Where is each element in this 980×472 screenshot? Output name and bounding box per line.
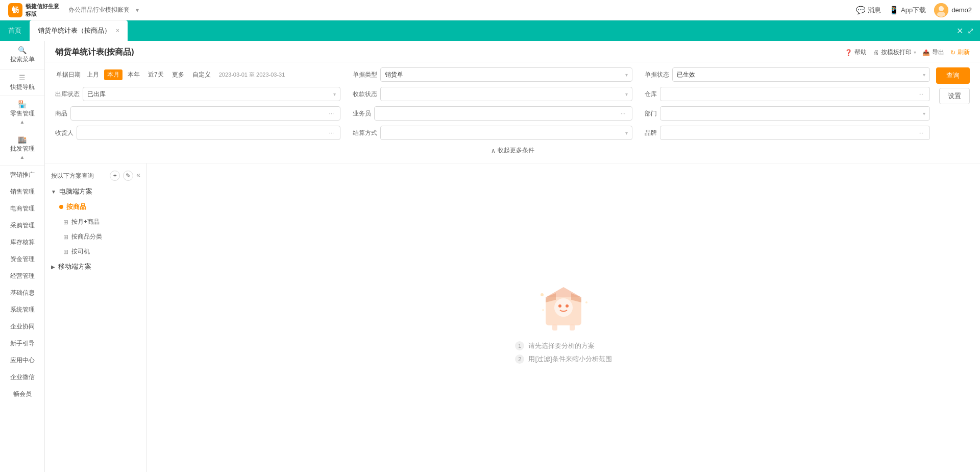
wh-status-select[interactable]: 已出库 ▾ bbox=[83, 87, 340, 101]
scheme-sub-item-driver[interactable]: ⊞ 按司机 bbox=[45, 244, 146, 259]
empty-hint-2: 2 用[过滤]条件来缩小分析范围 bbox=[515, 355, 611, 364]
sidebar-quick-nav[interactable]: ☰ 快捷导航 bbox=[0, 69, 44, 96]
message-btn[interactable]: 💬 消息 bbox=[856, 6, 881, 15]
user-area[interactable]: demo2 bbox=[934, 3, 972, 17]
sidebar-item-marketing[interactable]: 营销推广 bbox=[0, 167, 44, 183]
scheme-panel-actions: + ✎ « bbox=[110, 171, 140, 181]
scheme-group-mobile-header[interactable]: ▶ 移动端方案 bbox=[45, 259, 146, 274]
category-icon: ⊞ bbox=[63, 233, 68, 241]
topbar-left: 畅 畅捷信好生意标版 办公用品行业模拟账套 ▾ bbox=[8, 3, 139, 17]
sidebar-item-finance[interactable]: 资金管理 bbox=[0, 251, 44, 268]
sidebar-inventory-label: 库存核算 bbox=[10, 238, 35, 247]
tab-active[interactable]: 销货单统计表（按商品） × bbox=[30, 20, 128, 41]
date-tabs: 上月 本月 本年 近7天 更多 自定义 bbox=[84, 69, 214, 80]
warehouse-dots[interactable]: ··· bbox=[916, 90, 925, 98]
empty-hint2-text: 用[过滤]条件来缩小分析范围 bbox=[528, 355, 611, 364]
payment-arrow: ▾ bbox=[625, 91, 628, 97]
sidebar-item-ecommerce[interactable]: 电商管理 bbox=[0, 200, 44, 217]
salesperson-select[interactable]: ··· bbox=[374, 106, 632, 121]
date-label: 单据日期 bbox=[55, 70, 81, 79]
collapse-bar[interactable]: ∧ 收起更多条件 bbox=[55, 143, 970, 158]
top-dropdown-icon[interactable]: ▾ bbox=[136, 7, 139, 14]
sidebar-item-member[interactable]: 畅会员 bbox=[0, 386, 44, 403]
export-label: 导出 bbox=[932, 48, 944, 57]
refresh-btn[interactable]: ↻ 刷新 bbox=[950, 48, 970, 57]
sidebar-item-wechat[interactable]: 企业微信 bbox=[0, 369, 44, 386]
tab-close-all-btn[interactable]: ✕ bbox=[957, 26, 963, 36]
scheme-mobile-label: 移动端方案 bbox=[58, 262, 91, 271]
app-download-btn[interactable]: 📱 App下载 bbox=[889, 6, 926, 15]
doctype-select[interactable]: 销货单 ▾ bbox=[380, 67, 632, 82]
help-icon: ❓ bbox=[845, 49, 852, 56]
avatar bbox=[934, 3, 948, 17]
query-buttons: 查询 设置 bbox=[930, 67, 970, 104]
sidebar-item-inventory[interactable]: 库存核算 bbox=[0, 234, 44, 251]
date-tab-this-year[interactable]: 本年 bbox=[125, 69, 143, 80]
sidebar-item-basic[interactable]: 基础信息 bbox=[0, 285, 44, 301]
sidebar-item-system[interactable]: 系统管理 bbox=[0, 301, 44, 318]
logo-text: 畅捷信好生意标版 bbox=[26, 3, 59, 17]
sidebar-item-operation[interactable]: 经营管理 bbox=[0, 268, 44, 285]
scheme-collapse-btn[interactable]: « bbox=[136, 171, 140, 181]
product-select[interactable]: ··· bbox=[70, 106, 340, 121]
filter-docstatus-col: 单据状态 已生效 ▾ bbox=[639, 67, 930, 82]
date-tab-last-month[interactable]: 上月 bbox=[84, 69, 102, 80]
scheme-sub-item-month-product[interactable]: ⊞ 按月+商品 bbox=[45, 215, 146, 229]
date-tab-7days[interactable]: 近7天 bbox=[145, 69, 167, 80]
sidebar-retail-label: 零售管理 bbox=[10, 109, 35, 118]
sidebar-item-sales[interactable]: 销售管理 bbox=[0, 183, 44, 200]
brand-dots[interactable]: ··· bbox=[916, 129, 925, 136]
help-btn[interactable]: ❓ 帮助 bbox=[845, 48, 867, 57]
product-dots[interactable]: ··· bbox=[327, 110, 336, 117]
date-range: 2023-03-01 至 2023-03-31 bbox=[219, 71, 285, 79]
empty-hint-1: 1 请先选择要分析的方案 bbox=[515, 341, 611, 350]
tab-home[interactable]: 首页 bbox=[0, 20, 30, 41]
product-label: 商品 bbox=[55, 109, 67, 118]
tab-maximize-btn[interactable]: ⤢ bbox=[967, 26, 974, 36]
settings-btn[interactable]: 设置 bbox=[939, 88, 970, 104]
sidebar-item-purchase[interactable]: 采购管理 bbox=[0, 217, 44, 234]
date-tab-this-month[interactable]: 本月 bbox=[104, 69, 122, 80]
warehouse-select[interactable]: ··· bbox=[660, 87, 930, 101]
sidebar-search[interactable]: 🔍 搜索菜单 bbox=[0, 41, 44, 69]
export-btn[interactable]: 📤 导出 bbox=[922, 48, 944, 57]
empty-illustration bbox=[533, 272, 594, 333]
scheme-add-btn[interactable]: + bbox=[110, 171, 120, 181]
scheme-sub-item-category[interactable]: ⊞ 按商品分类 bbox=[45, 229, 146, 244]
query-btn[interactable]: 查询 bbox=[936, 67, 970, 84]
scheme-panel: 按以下方案查询 + ✎ « ▼ 电脑端方案 bbox=[45, 163, 147, 472]
dept-select[interactable]: ▾ bbox=[660, 106, 930, 121]
date-tab-custom[interactable]: 自定义 bbox=[189, 69, 214, 80]
docstatus-select[interactable]: 已生效 ▾ bbox=[672, 67, 930, 82]
scheme-item-by-product[interactable]: 按商品 bbox=[45, 199, 146, 215]
docstatus-arrow: ▾ bbox=[923, 72, 925, 78]
svg-rect-10 bbox=[552, 324, 557, 331]
payment-select[interactable]: ▾ bbox=[380, 87, 632, 101]
sidebar-item-appcenter[interactable]: 应用中心 bbox=[0, 352, 44, 369]
recipient-dots[interactable]: ··· bbox=[327, 129, 336, 136]
salesperson-dots[interactable]: ··· bbox=[619, 110, 628, 117]
date-tab-more[interactable]: 更多 bbox=[169, 69, 187, 80]
print-dropdown-icon[interactable]: ▾ bbox=[914, 50, 916, 55]
sidebar-purchase-label: 采购管理 bbox=[10, 221, 35, 230]
sidebar-item-enterprise[interactable]: 企业协同 bbox=[0, 318, 44, 335]
sidebar-item-wholesale[interactable]: 🏬 批发管理 ▲ bbox=[0, 131, 44, 164]
top-title: 办公用品行业模拟账套 bbox=[68, 6, 130, 14]
sidebar-item-newbie[interactable]: 新手引导 bbox=[0, 335, 44, 352]
recipient-select[interactable]: ··· bbox=[77, 126, 340, 140]
print-btn[interactable]: 🖨 按模板打印 ▾ bbox=[873, 48, 916, 57]
scheme-group-mobile: ▶ 移动端方案 bbox=[45, 259, 146, 274]
recipient-label: 收货人 bbox=[55, 129, 74, 137]
filter-with-query: 单据日期 上月 本月 本年 近7天 更多 自定义 2023-03-01 至 20… bbox=[55, 67, 970, 143]
message-icon: 💬 bbox=[856, 6, 866, 15]
settlement-select[interactable]: ▾ bbox=[380, 126, 632, 140]
tab-close-icon[interactable]: × bbox=[116, 27, 119, 34]
sidebar-newbie-label: 新手引导 bbox=[10, 339, 35, 348]
scheme-group-desktop-header[interactable]: ▼ 电脑端方案 bbox=[45, 184, 146, 199]
settlement-arrow: ▾ bbox=[625, 130, 628, 136]
doctype-value: 销货单 bbox=[385, 70, 625, 79]
sidebar-item-retail[interactable]: 🏪 零售管理 ▲ bbox=[0, 96, 44, 129]
scheme-group-desktop: ▼ 电脑端方案 按商品 ⊞ 按月+商品 ⊞ 按商品分类 bbox=[45, 184, 146, 259]
scheme-edit-btn[interactable]: ✎ bbox=[123, 171, 133, 181]
brand-select[interactable]: ··· bbox=[660, 126, 930, 140]
